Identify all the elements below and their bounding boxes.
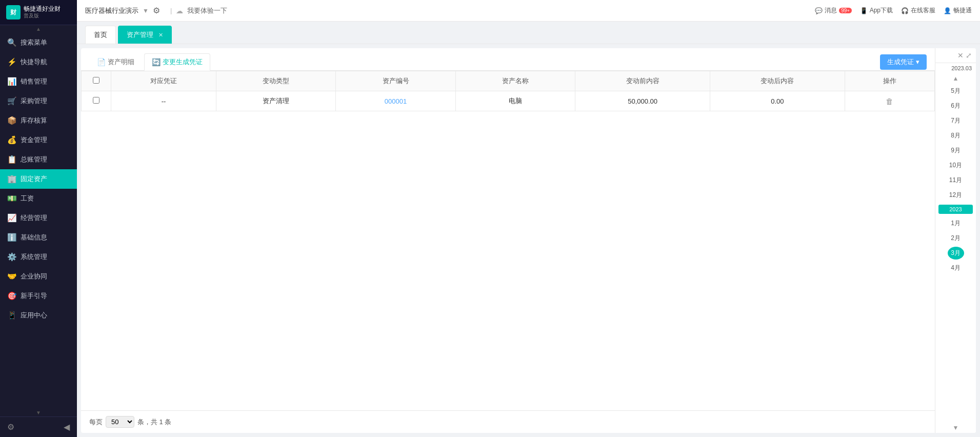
sidebar-item-apps[interactable]: 📱 应用中心 [0,306,77,325]
sidebar-item-search[interactable]: 🔍 搜索菜单 [0,33,77,52]
month-item-4[interactable]: 4月 [935,261,976,275]
select-all-checkbox[interactable] [93,77,99,84]
expand-panel-icon[interactable]: ⤢ [966,51,972,59]
collapse-icon[interactable]: ◀ [64,422,70,432]
sidebar-item-assets[interactable]: 🏢 固定资产 [0,169,77,189]
topbar-right: 💬 消息 99+ 📱 App下载 🎧 在线客服 👤 畅捷通 [815,6,972,15]
sidebar-item-label: 采购管理 [21,96,47,106]
month-item-12[interactable]: 12月 [935,188,976,203]
cell-action: 🗑 [845,91,934,111]
sidebar-item-info[interactable]: ℹ️ 基础信息 [0,228,77,247]
generate-voucher-button[interactable]: 生成凭证 ▾ [880,54,927,70]
per-page-select[interactable]: 50 10 20 100 [106,416,134,428]
sidebar-item-system[interactable]: ⚙️ 系统管理 [0,247,77,267]
sidebar: 财 畅捷通好业财 普及版 ▲ 🔍 搜索菜单 ⚡ 快捷导航 📊 销售管理 🛒 采购… [0,0,77,437]
month-item-9[interactable]: 9月 [935,143,976,158]
month-item-1[interactable]: 1月 [935,216,976,231]
change-voucher-icon: 🔄 [152,58,161,66]
sidebar-item-operations[interactable]: 📈 经营管理 [0,208,77,228]
system-icon: ⚙️ [7,252,16,262]
tab-assets[interactable]: 资产管理 ✕ [118,26,172,44]
scroll-up-month[interactable]: ▲ [951,73,961,84]
dropdown-arrow[interactable]: ▼ [143,7,149,14]
main-area: 医疗器械行业演示 ▼ ⚙ | ☁ 我要体验一下 💬 消息 99+ 📱 App下载… [77,0,980,437]
side-panel: ✕ ⤢ 2023.03 ▲ 5月 6月 7月 8月 9月 10月 11月 12月… [935,48,976,433]
info-icon: ℹ️ [7,233,16,242]
sidebar-item-label: 企业协同 [21,272,47,281]
month-item-6[interactable]: 6月 [935,98,976,113]
sidebar-item-label: 资金管理 [21,135,47,145]
sidebar-item-label: 固定资产 [21,174,47,184]
assets-icon: 🏢 [7,174,16,184]
close-panel-icon[interactable]: ✕ [957,51,964,59]
col-header-voucher: 对应凭证 [111,71,216,91]
scroll-down-month[interactable]: ▼ [951,423,961,433]
tab-home[interactable]: 首页 [85,26,116,44]
table-row: -- 资产清理 000001 电脑 50,000.00 0.00 🗑 [82,91,935,111]
month-item-8[interactable]: 8月 [935,128,976,143]
sidebar-item-guide[interactable]: 🎯 新手引导 [0,286,77,306]
asset-detail-icon: 📄 [97,58,106,66]
tab-close-icon[interactable]: ✕ [158,32,163,38]
experience-link[interactable]: 我要体验一下 [187,6,227,15]
scroll-up-arrow[interactable]: ▲ [36,26,41,32]
topbar-settings-icon[interactable]: ⚙ [153,6,160,15]
settings-bottom-icon[interactable]: ⚙ [7,422,14,432]
subtab-change-voucher[interactable]: 🔄 变更生成凭证 [144,53,210,71]
customer-service-label: 在线客服 [911,6,935,15]
subtab-bar: 📄 资产明细 🔄 变更生成凭证 生成凭证 ▾ [81,48,935,71]
month-item-11[interactable]: 11月 [935,173,976,188]
apps-icon: 📱 [7,311,16,320]
sidebar-item-label: 销售管理 [21,77,47,86]
content-inner: 📄 资产明细 🔄 变更生成凭证 生成凭证 ▾ [81,48,935,433]
row-checkbox[interactable] [93,97,99,104]
sidebar-item-nav[interactable]: ⚡ 快捷导航 [0,52,77,72]
month-item-2[interactable]: 2月 [935,231,976,246]
scroll-down-arrow[interactable]: ▼ [36,410,41,415]
month-item-7[interactable]: 7月 [935,113,976,128]
month-item-10[interactable]: 10月 [935,158,976,173]
col-header-name: 资产名称 [455,71,575,91]
topbar: 医疗器械行业演示 ▼ ⚙ | ☁ 我要体验一下 💬 消息 99+ 📱 App下载… [77,0,980,22]
sidebar-item-label: 库存核算 [21,116,47,125]
sidebar-item-label: 快捷导航 [21,57,47,67]
subtab-left: 📄 资产明细 🔄 变更生成凭证 [89,53,210,70]
sidebar-item-funds[interactable]: 💰 资金管理 [0,130,77,150]
col-header-type: 变动类型 [216,71,336,91]
tab-home-label: 首页 [94,31,107,38]
year-mark-2023: 2023 [938,205,973,214]
sidebar-bottom: ⚙ ◀ [0,416,77,437]
generate-voucher-label: 生成凭证 [887,57,914,67]
sidebar-item-label: 基础信息 [21,233,47,242]
sidebar-item-label: 应用中心 [21,311,47,320]
sidebar-item-salary[interactable]: 💵 工资 [0,189,77,208]
user-profile-action[interactable]: 👤 畅捷通 [944,6,972,15]
user-icon: 👤 [944,7,951,14]
table-wrap: 对应凭证 变动类型 资产编号 资产名称 变动前内容 变动后内容 操作 [81,71,935,410]
sidebar-item-purchase[interactable]: 🛒 采购管理 [0,91,77,111]
sidebar-item-collab[interactable]: 🤝 企业协同 [0,267,77,286]
messages-action[interactable]: 💬 消息 99+ [815,6,851,15]
subtab-asset-detail[interactable]: 📄 资产明细 [89,53,142,70]
sidebar-menu: 🔍 搜索菜单 ⚡ 快捷导航 📊 销售管理 🛒 采购管理 📦 库存核算 💰 资金管… [0,33,77,409]
month-item-3[interactable]: 3月 [948,247,964,260]
subtab-change-voucher-label: 变更生成凭证 [163,57,203,67]
cell-name: 电脑 [455,91,575,111]
year-label: 2023.03 [935,63,976,73]
salary-icon: 💵 [7,194,16,203]
app-download-action[interactable]: 📱 App下载 [860,6,893,15]
delete-row-icon[interactable]: 🗑 [886,97,893,106]
cell-before: 50,000.00 [575,91,710,111]
cloud-icon: ☁ [176,7,183,15]
company-name[interactable]: 医疗器械行业演示 [85,6,138,15]
sidebar-item-inventory[interactable]: 📦 库存核算 [0,111,77,130]
sidebar-item-ledger[interactable]: 📋 总账管理 [0,150,77,169]
col-header-code: 资产编号 [336,71,456,91]
search-icon: 🔍 [7,38,16,47]
operations-icon: 📈 [7,213,16,223]
month-item-5[interactable]: 5月 [935,84,976,98]
customer-service-action[interactable]: 🎧 在线客服 [901,6,935,15]
sidebar-item-label: 工资 [21,194,34,203]
cell-type: 资产清理 [216,91,336,111]
sidebar-item-sales[interactable]: 📊 销售管理 [0,72,77,91]
